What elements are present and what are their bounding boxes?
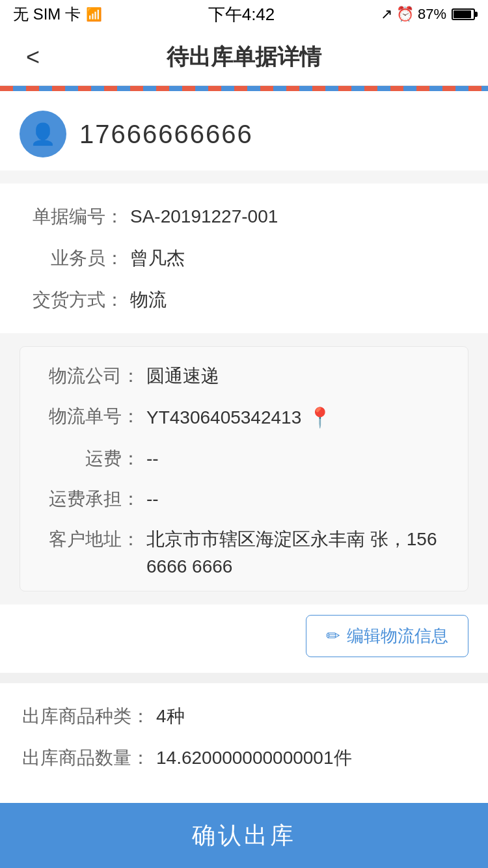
edit-icon: ✏	[326, 626, 340, 646]
freight-value: --	[140, 445, 452, 472]
logistics-section: 物流公司： 圆通速递 物流单号： YT4306405342413 📍 运费： -…	[20, 346, 468, 591]
status-time: 下午4:42	[208, 3, 275, 26]
delivery-row: 交货方式： 物流	[20, 286, 468, 314]
location-icon: ↗	[381, 6, 392, 23]
logistics-tracking-value: YT4306405342413 📍	[140, 403, 452, 432]
logistics-tracking-label: 物流单号：	[36, 403, 140, 430]
goods-types-label: 出库商品种类：	[20, 703, 150, 730]
location-pin-icon[interactable]: 📍	[308, 403, 332, 432]
page-title: 待出库单据详情	[167, 42, 321, 72]
goods-types-row: 出库商品种类： 4种	[20, 703, 468, 730]
edit-logistics-button[interactable]: ✏ 编辑物流信息	[306, 615, 468, 657]
goods-quantity-label: 出库商品数量：	[20, 744, 150, 772]
salesperson-value: 曾凡杰	[124, 245, 468, 272]
avatar-icon: 👤	[30, 122, 56, 146]
goods-quantity-row: 出库商品数量： 14.620000000000001件	[20, 744, 468, 772]
delivery-label: 交货方式：	[20, 286, 124, 314]
freight-row: 运费： --	[36, 445, 452, 472]
order-number-value: SA-20191227-001	[124, 203, 468, 230]
alarm-icon: ⏰	[396, 6, 414, 23]
salesperson-label: 业务员：	[20, 245, 124, 272]
edit-btn-label: 编辑物流信息	[347, 625, 448, 647]
goods-section: 出库商品种类： 4种 出库商品数量： 14.620000000000001件	[0, 683, 488, 799]
logistics-tracking-row: 物流单号： YT4306405342413 📍	[36, 403, 452, 432]
freight-bearer-row: 运费承担： --	[36, 485, 452, 513]
tracking-number-text: YT4306405342413	[146, 404, 301, 431]
status-left: 无 SIM 卡 📶	[13, 4, 102, 25]
confirm-button-bar[interactable]: 确认出库	[0, 803, 488, 868]
user-phone: 17666666666	[79, 120, 253, 149]
address-value: 北京市市辖区海淀区永丰南 张，156 6666 6666	[140, 526, 452, 580]
logistics-company-label: 物流公司：	[36, 362, 140, 390]
goods-types-value: 4种	[150, 703, 468, 730]
battery-icon	[452, 8, 475, 20]
status-bar: 无 SIM 卡 📶 下午4:42 ↗ ⏰ 87%	[0, 0, 488, 29]
user-header: 👤 17666666666	[0, 91, 488, 170]
freight-bearer-label: 运费承担：	[36, 485, 140, 513]
content-area: 单据编号： SA-20191227-001 业务员： 曾凡杰 交货方式： 物流 …	[0, 170, 488, 868]
salesperson-row: 业务员： 曾凡杰	[20, 245, 468, 272]
nav-bar: < 待出库单据详情	[0, 29, 488, 86]
wifi-icon: 📶	[86, 7, 102, 22]
address-row: 客户地址： 北京市市辖区海淀区永丰南 张，156 6666 6666	[36, 526, 452, 580]
delivery-value: 物流	[124, 286, 468, 314]
carrier-text: 无 SIM 卡	[13, 4, 81, 25]
freight-bearer-value: --	[140, 485, 452, 513]
logistics-company-row: 物流公司： 圆通速递	[36, 362, 452, 390]
status-right: ↗ ⏰ 87%	[381, 6, 475, 23]
order-number-label: 单据编号：	[20, 203, 124, 230]
freight-label: 运费：	[36, 445, 140, 472]
order-number-row: 单据编号： SA-20191227-001	[20, 203, 468, 230]
section-divider	[0, 673, 488, 683]
dashed-border-decoration	[0, 86, 488, 91]
confirm-btn-label: 确认出库	[192, 820, 296, 852]
order-info-section: 单据编号： SA-20191227-001 业务员： 曾凡杰 交货方式： 物流	[0, 183, 488, 333]
edit-btn-row: ✏ 编辑物流信息	[0, 604, 488, 673]
logistics-company-value: 圆通速递	[140, 362, 452, 390]
avatar: 👤	[20, 111, 66, 157]
battery-text: 87%	[418, 6, 446, 23]
back-button[interactable]: <	[20, 37, 46, 77]
address-label: 客户地址：	[36, 526, 140, 553]
goods-quantity-value: 14.620000000000001件	[150, 744, 468, 772]
